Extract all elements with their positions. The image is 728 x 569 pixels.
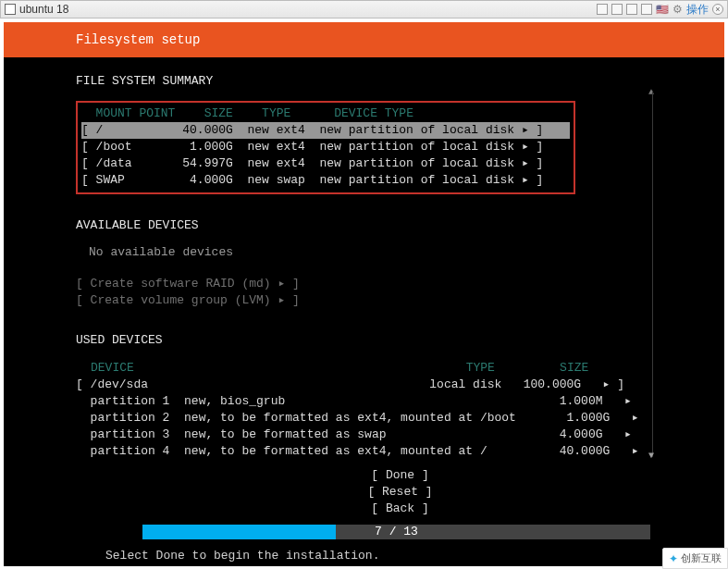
fs-summary-title: FILE SYSTEM SUMMARY [76,74,724,88]
footer-hint: Select Done to begin the installation. [105,549,724,563]
scrollbar[interactable]: ▲ ▼ [649,91,656,457]
partition-row[interactable]: partition 1 new, bios_grub 1.000M ▸ [76,393,724,410]
done-button[interactable]: [ Done ] [76,467,724,484]
used-title: USED DEVICES [76,333,724,347]
used-columns: DEVICE TYPE SIZE [91,360,724,377]
fs-summary-highlight: MOUNT POINT SIZE TYPE DEVICE TYPE [ / 40… [76,101,575,194]
wc-1[interactable] [597,4,608,15]
chevron-right-icon: ▸ [522,123,529,137]
scroll-down-icon[interactable]: ▼ [648,451,654,461]
locale-flag-icon: 🇺🇸 [656,4,669,16]
partition-row[interactable]: partition 3 new, to be formatted as swap… [76,427,724,443]
chevron-right-icon: ▸ [522,140,529,154]
wc-3[interactable] [626,4,637,15]
available-title: AVAILABLE DEVICES [76,218,724,232]
vm-title: ubuntu 18 [19,3,68,16]
fs-row-swap[interactable]: [ SWAP 4.000G new swap new partition of … [81,172,570,189]
ops-menu[interactable]: 操作 [686,2,709,18]
wc-2[interactable] [611,4,623,15]
fs-row-root[interactable]: [ / 40.000G new ext4 new partition of lo… [81,122,570,139]
installer-screen: Filesystem setup ▲ ▼ FILE SYSTEM SUMMARY… [4,22,724,566]
fs-columns: MOUNT POINT SIZE TYPE DEVICE TYPE [81,105,570,122]
fs-row-data[interactable]: [ /data 54.997G new ext4 new partition o… [81,155,570,172]
window-controls: 🇺🇸 ⚙ 操作 × [597,2,723,18]
close-icon[interactable]: × [712,4,723,15]
vm-app-icon [5,4,16,15]
disk-row[interactable]: [ /dev/sda local disk 100.000G ▸ ] [76,377,724,393]
partition-row[interactable]: partition 2 new, to be formatted as ext4… [76,410,724,427]
scroll-up-icon[interactable]: ▲ [648,87,654,97]
create-raid: [ Create software RAID (md) ▸ ] [76,276,724,292]
chevron-right-icon: ▸ [522,156,529,170]
vm-titlebar: ubuntu 18 🇺🇸 ⚙ 操作 × [0,0,728,19]
wc-4[interactable] [641,4,652,15]
chevron-right-icon: ▸ [522,173,529,187]
button-group: [ Done ] [ Reset ] [ Back ] [76,467,724,517]
available-none: No available devices [89,245,724,259]
gear-icon[interactable]: ⚙ [672,3,683,16]
page-title: Filesystem setup [76,32,200,47]
progress-bar: 7 / 13 [142,525,650,539]
create-lvm: [ Create volume group (LVM) ▸ ] [76,292,724,309]
scroll-track[interactable] [652,91,653,457]
watermark-text: 创新互联 [681,551,722,565]
installer-header: Filesystem setup [4,22,724,57]
partition-row[interactable]: partition 4 new, to be formatted as ext4… [76,443,724,460]
back-button[interactable]: [ Back ] [76,501,724,517]
watermark: ✦ 创新互联 [662,548,728,569]
progress-label: 7 / 13 [142,525,650,539]
watermark-icon: ✦ [669,552,678,565]
fs-row-boot[interactable]: [ /boot 1.000G new ext4 new partition of… [81,139,570,155]
reset-button[interactable]: [ Reset ] [76,484,724,501]
